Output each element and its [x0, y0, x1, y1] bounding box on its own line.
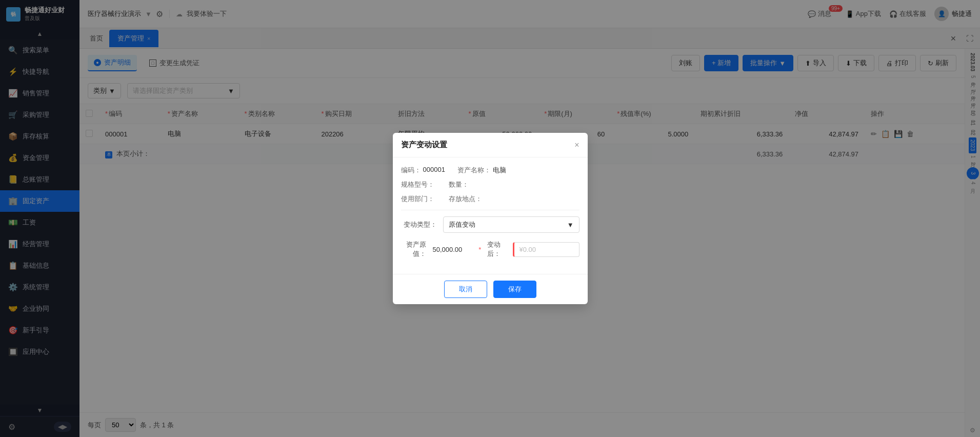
modal-title: 资产变动设置: [401, 140, 447, 150]
modal-overlay[interactable]: 资产变动设置 × 编码： 000001 资产名称： 电脑 规格型号：: [0, 0, 980, 437]
asset-name-label: 资产名称：: [457, 166, 491, 175]
change-type-row: 变动类型： 原值变动 ▼: [401, 216, 579, 233]
modal-info-row1: 编码： 000001 资产名称： 电脑: [401, 166, 579, 175]
modal-header: 资产变动设置 ×: [393, 133, 588, 157]
modal-close-btn[interactable]: ×: [574, 141, 579, 150]
original-value-label: 资产原值：: [401, 240, 427, 259]
modal-quantity: 数量：: [449, 180, 471, 189]
modal-body: 编码： 000001 资产名称： 电脑 规格型号： 数量：: [393, 157, 588, 274]
change-type-label: 变动类型：: [401, 220, 437, 229]
modal-footer: 取消 保存: [393, 274, 588, 304]
modal-spec: 规格型号：: [401, 180, 436, 189]
modal-asset-name: 资产名称： 电脑: [457, 166, 506, 175]
original-value-row: 资产原值： 50,000.00 * 变动后：: [401, 240, 579, 259]
asset-change-modal: 资产变动设置 × 编码： 000001 资产名称： 电脑 规格型号：: [393, 133, 588, 304]
original-value-value: 50,000.00: [432, 246, 462, 253]
spec-label: 规格型号：: [401, 180, 434, 189]
change-type-dropdown-icon: ▼: [567, 221, 574, 229]
location-label: 存放地点：: [449, 194, 482, 204]
modal-location: 存放地点：: [449, 194, 484, 204]
modal-code: 编码： 000001: [401, 166, 445, 175]
change-type-select[interactable]: 原值变动 ▼: [443, 216, 579, 233]
asset-name-value: 电脑: [493, 166, 506, 175]
after-change-label: 变动后：: [487, 240, 506, 259]
save-btn[interactable]: 保存: [493, 281, 536, 298]
required-mark: *: [478, 246, 481, 253]
change-type-value: 原值变动: [449, 220, 564, 229]
modal-info-row3: 使用部门： 存放地点：: [401, 194, 579, 204]
code-label: 编码：: [401, 166, 421, 175]
after-change-input[interactable]: [513, 242, 579, 257]
modal-divider: [401, 210, 579, 210]
department-label: 使用部门：: [401, 194, 434, 204]
quantity-label: 数量：: [449, 180, 469, 189]
code-value: 000001: [423, 166, 445, 175]
modal-info-row2: 规格型号： 数量：: [401, 180, 579, 189]
modal-department: 使用部门：: [401, 194, 436, 204]
cancel-btn[interactable]: 取消: [444, 281, 487, 298]
